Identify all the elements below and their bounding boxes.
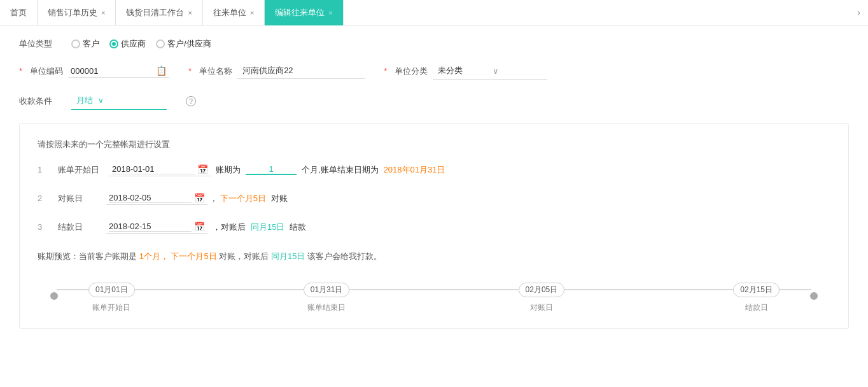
tab-edit-partner-label: 编辑往来单位 <box>275 7 325 18</box>
payment-condition-row: 收款条件 月结 ∨ ? <box>19 92 849 110</box>
unit-category-value: 未分类 <box>438 65 487 76</box>
tab-cash-desk[interactable]: 钱货日清工作台 × <box>116 0 202 25</box>
tab-sales-history-close[interactable]: × <box>101 9 105 17</box>
step-1-date-input[interactable] <box>112 164 195 174</box>
timeline-item-4: 02月15日 结款日 <box>733 283 780 313</box>
tab-home-label: 首页 <box>10 7 27 18</box>
payment-condition-value: 月结 <box>76 95 93 106</box>
tab-partner-units-close[interactable]: × <box>250 9 254 17</box>
radio-customer[interactable]: 客户 <box>71 38 99 50</box>
radio-both-label: 客户/供应商 <box>167 38 211 50</box>
tab-edit-partner-close[interactable]: × <box>328 9 332 17</box>
unit-code-star: * <box>19 66 22 76</box>
payment-condition-select[interactable]: 月结 ∨ <box>71 92 167 110</box>
timeline-badge-3: 02月05日 <box>519 283 565 297</box>
tab-edit-partner[interactable]: 编辑往来单位 × <box>265 0 343 25</box>
step-2-prefix: , <box>213 194 215 203</box>
step-2-highlight: 下一个月5日 <box>220 193 266 204</box>
timeline-item-3: 02月05日 对账日 <box>519 283 565 313</box>
timeline-badge-2: 01月31日 <box>304 283 350 297</box>
preview-middle: 对账，对账后 <box>219 251 269 261</box>
step-2-row: 2 对账日 📅 , 下一个月5日 对账 <box>38 192 830 205</box>
step-2-date-wrapper: 📅 <box>106 192 207 205</box>
unit-code-input[interactable] <box>71 66 153 76</box>
unit-type-row: 单位类型 客户 供应商 客户/供应商 <box>19 38 849 50</box>
step-2-calendar-icon[interactable]: 📅 <box>194 193 205 203</box>
tab-cash-desk-close[interactable]: × <box>188 9 192 17</box>
unit-code-label: 单位编码 <box>30 66 63 77</box>
step-3-highlight: 同月15日 <box>251 222 284 233</box>
unit-name-input[interactable] <box>237 64 365 79</box>
timeline-items: 01月01日 账单开始日 01月31日 账单结束日 02月05日 对账日 02月… <box>38 283 830 313</box>
preview-part3: 同月15日 <box>271 251 305 261</box>
tab-partner-units-label: 往来单位 <box>213 7 246 18</box>
preview-end: 该客户会给我打款。 <box>307 251 382 261</box>
radio-customer-circle <box>71 39 80 48</box>
radio-both[interactable]: 客户/供应商 <box>156 38 211 50</box>
step-3-suffix: 结款 <box>290 222 306 233</box>
radio-supplier[interactable]: 供应商 <box>109 38 146 50</box>
step-3-date-wrapper: 📅 <box>106 220 207 234</box>
unit-details-row: * 单位编码 📋 * 单位名称 * 单位分类 未分类 ∨ <box>19 62 849 80</box>
timeline-end-dot <box>810 292 818 300</box>
unit-category-select[interactable]: 未分类 ∨ <box>433 62 547 80</box>
tab-partner-units[interactable]: 往来单位 × <box>203 0 265 25</box>
timeline-start-dot <box>50 292 58 300</box>
radio-both-circle <box>156 39 165 48</box>
radio-customer-label: 客户 <box>83 38 99 50</box>
step-1-suffix: 个月,账单结束日期为 <box>302 164 379 176</box>
step-2-date-input[interactable] <box>109 193 192 203</box>
step-3-calendar-icon[interactable]: 📅 <box>194 222 205 232</box>
tab-sales-history-label: 销售订单历史 <box>48 7 97 18</box>
panel-title: 请按照未来的一个完整帐期进行设置 <box>38 139 830 150</box>
tab-cash-desk-label: 钱货日清工作台 <box>126 7 184 18</box>
radio-supplier-label: 供应商 <box>121 38 146 50</box>
unit-code-calendar-icon[interactable]: 📋 <box>156 66 167 76</box>
unit-category-group: * 单位分类 未分类 ∨ <box>384 62 547 80</box>
step-1-prefix: 账期为 <box>216 164 241 176</box>
unit-category-label: 单位分类 <box>395 66 428 77</box>
timeline-badge-1: 01月01日 <box>88 283 135 297</box>
payment-condition-label: 收款条件 <box>19 95 52 107</box>
unit-name-group: * 单位名称 <box>188 64 365 79</box>
tab-more-button[interactable]: › <box>850 7 868 18</box>
step-1-calendar-icon[interactable]: 📅 <box>197 164 208 174</box>
timeline-badge-4: 02月15日 <box>733 283 780 297</box>
step-1-end-date: 2018年01月31日 <box>384 164 445 176</box>
step-1-date-wrapper: 📅 <box>109 163 211 176</box>
timeline-label-1: 账单开始日 <box>92 302 130 313</box>
radio-supplier-circle <box>109 39 118 48</box>
step-1-content: 📅 账期为 个月,账单结束日期为 2018年01月31日 <box>109 163 830 176</box>
unit-code-group: * 单位编码 📋 <box>19 64 169 78</box>
timeline-item-1: 01月01日 账单开始日 <box>88 283 135 313</box>
tab-bar: 首页 销售订单历史 × 钱货日清工作台 × 往来单位 × 编辑往来单位 × › <box>0 0 868 25</box>
main-content: 单位类型 客户 供应商 客户/供应商 * 单位编码 📋 <box>0 25 868 387</box>
unit-name-label: 单位名称 <box>199 66 232 77</box>
step-1-period-input[interactable] <box>246 164 297 175</box>
timeline-label-4: 结款日 <box>745 302 768 313</box>
step-1-row: 1 账单开始日 📅 账期为 个月,账单结束日期为 2018年01月31日 <box>38 163 830 176</box>
step-3-date-input[interactable] <box>109 222 192 232</box>
timeline-label-2: 账单结束日 <box>307 302 346 313</box>
payment-help-icon[interactable]: ? <box>186 96 196 106</box>
tab-home[interactable]: 首页 <box>0 0 38 25</box>
payment-condition-arrow: ∨ <box>98 96 104 105</box>
preview-part2: 下一个月5日 <box>171 251 216 261</box>
tab-sales-history[interactable]: 销售订单历史 × <box>38 0 116 25</box>
step-1-label: 账单开始日 <box>58 164 99 176</box>
timeline-label-3: 对账日 <box>530 302 553 313</box>
step-3-num: 3 <box>38 222 48 232</box>
unit-category-arrow: ∨ <box>493 66 542 76</box>
preview-text: 账期预览：当前客户账期是 1个月， 下一个月5日 对账，对账后 同月15日 该客… <box>38 249 830 264</box>
step-2-num: 2 <box>38 194 48 203</box>
unit-type-label: 单位类型 <box>19 38 52 50</box>
preview-label: 账期预览：当前客户账期是 <box>38 251 137 261</box>
step-3-label: 结款日 <box>58 222 96 233</box>
timeline: 01月01日 账单开始日 01月31日 账单结束日 02月05日 对账日 02月… <box>38 276 830 313</box>
unit-code-input-wrapper: 📋 <box>68 64 169 78</box>
timeline-item-2: 01月31日 账单结束日 <box>304 283 350 313</box>
unit-type-radio-group: 客户 供应商 客户/供应商 <box>71 38 211 50</box>
step-3-row: 3 结款日 📅 ，对账后 同月15日 结款 <box>38 220 830 234</box>
step-3-content: 📅 ，对账后 同月15日 结款 <box>106 220 830 234</box>
step-2-suffix: 对账 <box>271 193 288 204</box>
